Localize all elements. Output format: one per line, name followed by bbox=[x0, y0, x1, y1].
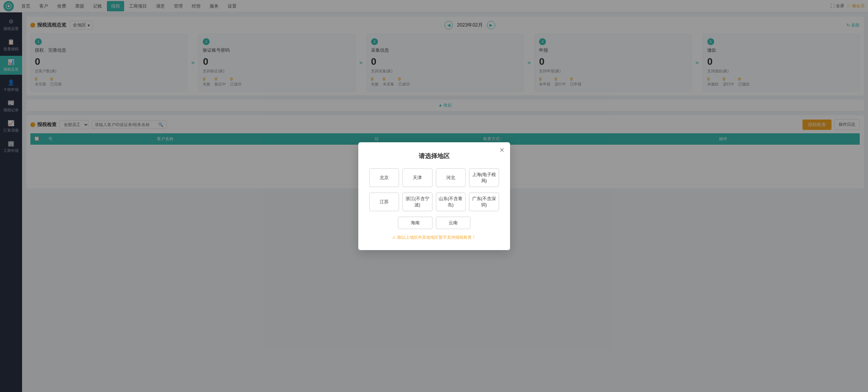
modal-warning: ⚠ 除以上地区外其他地区暂不支持报税检查！ bbox=[369, 235, 499, 240]
region-grid-row2: 江苏 浙江(不含宁波) 山东(不含青岛) 广东(不含深圳) bbox=[369, 193, 499, 211]
region-btn-hebei[interactable]: 河北 bbox=[436, 168, 466, 187]
region-select-modal: ✕ 请选择地区 北京 天津 河北 上海(电子税局) 江苏 浙江(不含宁波) 山东… bbox=[358, 142, 510, 250]
region-grid-row1: 北京 天津 河北 上海(电子税局) bbox=[369, 168, 499, 187]
warning-icon: ⚠ bbox=[392, 235, 396, 240]
modal-close-btn[interactable]: ✕ bbox=[499, 146, 505, 154]
region-btn-jiangsu[interactable]: 江苏 bbox=[369, 193, 399, 211]
region-btn-guangdong[interactable]: 广东(不含深圳) bbox=[469, 193, 499, 211]
region-btn-tianjin[interactable]: 天津 bbox=[402, 168, 432, 187]
region-grid-row3: 海南 云南 bbox=[369, 217, 499, 229]
region-btn-shanghai[interactable]: 上海(电子税局) bbox=[469, 168, 499, 187]
region-btn-hainan[interactable]: 海南 bbox=[398, 217, 432, 229]
region-btn-zhejiang[interactable]: 浙江(不含宁波) bbox=[402, 193, 432, 211]
modal-title: 请选择地区 bbox=[369, 152, 499, 160]
modal-overlay: ✕ 请选择地区 北京 天津 河北 上海(电子税局) 江苏 浙江(不含宁波) 山东… bbox=[0, 0, 868, 392]
region-btn-shandong[interactable]: 山东(不含青岛) bbox=[436, 193, 466, 211]
region-btn-beijing[interactable]: 北京 bbox=[369, 168, 399, 187]
region-btn-yunnan[interactable]: 云南 bbox=[436, 217, 470, 229]
